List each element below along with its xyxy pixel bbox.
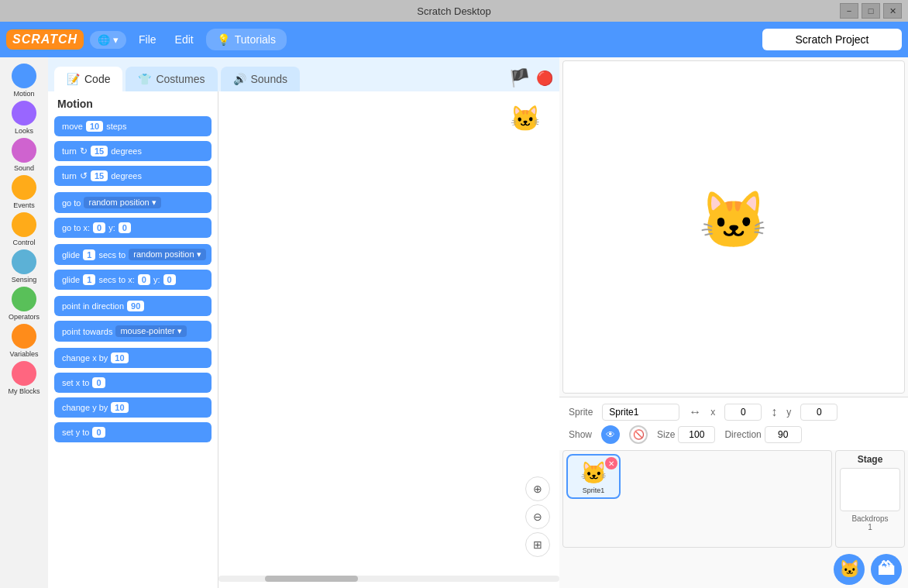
y-input[interactable] — [800, 404, 837, 421]
tutorials-button[interactable]: 💡 Tutorials — [206, 29, 287, 50]
edit-menu[interactable]: Edit — [169, 30, 200, 49]
file-menu[interactable]: File — [132, 30, 163, 49]
sound-label: Sound — [14, 164, 34, 172]
canvas-scrollbar[interactable] — [218, 576, 559, 582]
looks-label: Looks — [15, 127, 33, 135]
show-hidden-button[interactable]: 🚫 — [629, 425, 648, 444]
size-group: Size — [657, 426, 715, 443]
block-glide[interactable]: glide 1 secs to random position ▾ — [54, 244, 212, 265]
control-label: Control — [12, 239, 35, 246]
window-title: Scratch Desktop — [417, 5, 490, 17]
sprites-section: ✕ 🐱 Sprite1 — [562, 450, 832, 548]
sprite-thumbnail[interactable]: ✕ 🐱 Sprite1 — [566, 454, 621, 499]
language-selector[interactable]: 🌐 ▾ — [90, 31, 126, 49]
sprite-name-input[interactable] — [602, 404, 679, 421]
arrows-y-icon: ↕ — [771, 405, 777, 419]
block-categories-panel: Motion Looks Sound Events Control Sensin… — [0, 57, 48, 588]
zoom-in-button[interactable]: ⊕ — [525, 476, 550, 501]
sidebar-item-looks[interactable]: Looks — [3, 101, 45, 135]
canvas-sprite-preview: 🐱 — [510, 104, 541, 133]
sidebar-item-variables[interactable]: Variables — [3, 324, 45, 358]
tab-costumes[interactable]: 👕 Costumes — [126, 67, 217, 91]
sidebar-item-motion[interactable]: Motion — [3, 64, 45, 98]
menubar: SCRATCH 🌐 ▾ File Edit 💡 Tutorials — [0, 22, 908, 57]
block-set-x[interactable]: set x to 0 — [54, 373, 212, 393]
fit-screen-button[interactable]: ⊞ — [525, 532, 550, 557]
tab-sounds[interactable]: 🔊 Sounds — [221, 67, 300, 91]
block-move[interactable]: move 10 steps — [54, 116, 212, 136]
add-sprite-button[interactable]: 🐱 — [834, 554, 865, 585]
sprite-list-area: ✕ 🐱 Sprite1 Stage Backdrops 1 — [559, 450, 908, 551]
events-icon — [12, 175, 36, 200]
minimize-button[interactable]: − — [840, 3, 858, 19]
block-set-y[interactable]: set y to 0 — [54, 422, 212, 442]
direction-group: Direction — [724, 426, 801, 443]
block-goto[interactable]: go to random position ▾ — [54, 192, 212, 213]
costumes-tab-label: Costumes — [156, 73, 205, 85]
sidebar-item-control[interactable]: Control — [3, 212, 45, 246]
sound-icon — [12, 138, 36, 163]
size-input[interactable] — [678, 426, 715, 443]
window-controls: − □ ✕ — [840, 3, 902, 19]
operators-icon — [12, 287, 36, 311]
zoom-out-button[interactable]: ⊖ — [525, 504, 550, 529]
sidebar-item-sensing[interactable]: Sensing — [3, 249, 45, 284]
add-backdrop-button[interactable]: 🏔 — [871, 554, 902, 585]
stage-cat-sprite: 🐱 — [699, 187, 769, 253]
stage-view: 🐱 — [562, 60, 905, 394]
sidebar-item-events[interactable]: Events — [3, 175, 45, 209]
palette-title: Motion — [54, 98, 212, 110]
direction-input[interactable] — [765, 426, 802, 443]
canvas-scrollbar-thumb — [265, 576, 358, 582]
stage-label: Stage — [858, 454, 883, 465]
block-change-y[interactable]: change y by 10 — [54, 397, 212, 418]
blocks-workspace: Motion move 10 steps turn ↻ 15 degrees t… — [48, 91, 559, 588]
arrows-x-icon: ↔ — [689, 405, 701, 419]
tutorials-label: Tutorials — [235, 33, 276, 46]
control-icon — [12, 212, 36, 237]
variables-icon — [12, 324, 36, 349]
green-flag-button[interactable]: 🏴 — [509, 68, 530, 88]
block-change-x[interactable]: change x by 10 — [54, 348, 212, 368]
x-input[interactable] — [724, 404, 762, 421]
myblocks-label: My Blocks — [8, 387, 40, 395]
code-tab-icon: 📝 — [67, 73, 80, 85]
scratch-logo: SCRATCH — [6, 29, 84, 50]
backdrops-label: Backdrops — [851, 514, 888, 523]
sensing-icon — [12, 249, 36, 274]
tab-code[interactable]: 📝 Code — [54, 67, 122, 91]
direction-label: Direction — [724, 429, 761, 440]
maximize-button[interactable]: □ — [862, 3, 880, 19]
events-label: Events — [13, 201, 35, 209]
block-glide-xy[interactable]: glide 1 secs to x: 0 y: 0 — [54, 270, 212, 290]
block-point-towards[interactable]: point towards mouse-pointer ▾ — [54, 321, 212, 342]
globe-icon: 🌐 — [98, 34, 110, 46]
script-canvas[interactable]: 🐱 ⊕ ⊖ ⊞ — [218, 91, 559, 588]
myblocks-icon — [12, 361, 36, 386]
variables-label: Variables — [10, 350, 39, 358]
stop-button[interactable]: 🔴 — [536, 70, 553, 87]
show-label: Show — [569, 429, 592, 440]
project-name-input[interactable] — [762, 29, 902, 50]
operators-label: Operators — [9, 313, 40, 321]
stage-thumbnail[interactable] — [840, 468, 900, 511]
block-goto-xy[interactable]: go to x: 0 y: 0 — [54, 218, 212, 238]
sprite-info-row1: Sprite ↔ x ↕ y — [569, 404, 899, 421]
sidebar-item-operators[interactable]: Operators — [3, 287, 45, 321]
costume-tab-icon: 👕 — [138, 73, 151, 85]
sprite-info-bar: Sprite ↔ x ↕ y Show 👁 🚫 Size Direction — [559, 397, 908, 450]
sounds-tab-label: Sounds — [251, 73, 287, 85]
motion-icon — [12, 64, 36, 88]
sidebar-item-sound[interactable]: Sound — [3, 138, 45, 172]
code-tab-label: Code — [84, 73, 110, 85]
block-turn-cw[interactable]: turn ↻ 15 degrees — [54, 141, 212, 161]
close-button[interactable]: ✕ — [883, 3, 902, 19]
looks-icon — [12, 101, 36, 126]
stage-panel: 🐱 Sprite ↔ x ↕ y Show 👁 🚫 Size — [559, 57, 908, 588]
tabs-bar: 📝 Code 👕 Costumes 🔊 Sounds 🏴 🔴 — [48, 57, 559, 91]
block-turn-ccw[interactable]: turn ↺ 15 degrees — [54, 166, 212, 186]
sidebar-item-myblocks[interactable]: My Blocks — [3, 361, 45, 395]
show-visible-button[interactable]: 👁 — [601, 425, 620, 444]
delete-sprite-button[interactable]: ✕ — [605, 457, 617, 469]
block-point-dir[interactable]: point in direction 90 — [54, 296, 212, 316]
